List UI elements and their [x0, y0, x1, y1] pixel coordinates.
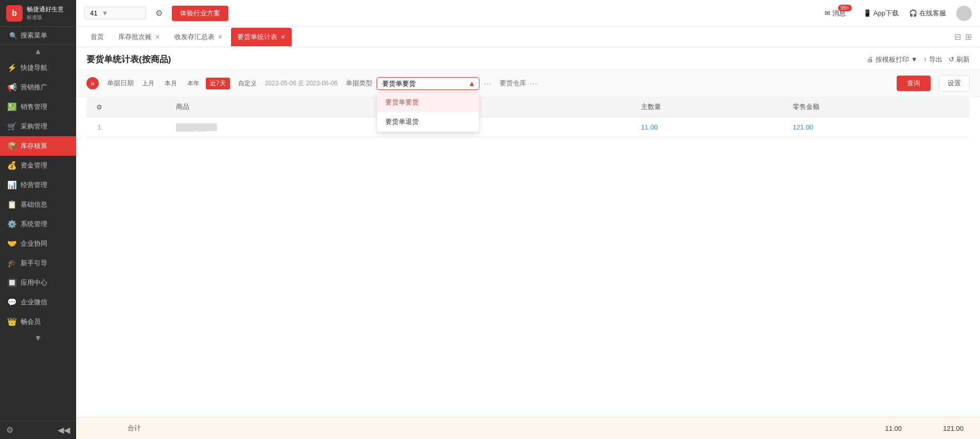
- doc-type-select-wrapper: 要货单要货 要货单退货 ▲: [377, 77, 479, 90]
- query-btn[interactable]: 查询: [897, 76, 931, 91]
- sidebar: b 畅捷通好生意 标准版 🔍 搜索菜单 ▲ ⚡ 快捷导航 📢 营销推广 💹 销售…: [0, 0, 76, 439]
- page-header: 要货单统计表(按商品) 🖨 按模板打印 ▼ ↑ 导出 ↺ 刷新: [76, 47, 980, 69]
- topbar-settings-icon[interactable]: ⚙: [151, 6, 167, 21]
- refresh-icon: ↺: [949, 56, 954, 63]
- sidebar-item-marketing[interactable]: 📢 营销推广: [0, 78, 76, 97]
- sidebar-item-purchase[interactable]: 🛒 采购管理: [0, 117, 76, 136]
- sidebar-brand: 畅捷通好生意 标准版: [27, 6, 64, 21]
- search-icon: 🔍: [9, 32, 17, 40]
- member-icon: 👑: [7, 317, 16, 326]
- quick-nav-icon: ⚡: [7, 63, 16, 72]
- tab-collection-summary[interactable]: 收发存汇总表 ✕: [168, 28, 229, 46]
- date-tab-this-year[interactable]: 本年: [183, 78, 204, 89]
- top-bar-left: 41 ▼ ⚙ 体验行业方案: [84, 6, 228, 21]
- table-cell-amount[interactable]: 121.00: [787, 117, 970, 137]
- date-filter-group: 单据日期 上月 本月 本年 近7天 自定义 2023-05-06 至 2023-…: [107, 78, 337, 89]
- tab-order-summary[interactable]: 要货单统计表 ✕: [231, 28, 292, 46]
- sidebar-item-business[interactable]: 📊 经营管理: [0, 175, 76, 195]
- tab-expand-area: ⊟ ⊞: [954, 32, 972, 42]
- table-col-quantity: 主数量: [635, 97, 787, 117]
- page-area: 要货单统计表(按商品) 🖨 按模板打印 ▼ ↑ 导出 ↺ 刷新: [76, 47, 980, 439]
- top-bar: 41 ▼ ⚙ 体验行业方案 ✉ 消息 99+ 📱 App下载 🎧 在线客服: [76, 0, 980, 27]
- doc-type-dropdown: 要货单要货 要货单退货: [377, 92, 479, 132]
- sidebar-item-finance[interactable]: 💰 资金管理: [0, 156, 76, 175]
- doc-type-filter-group: 单据类型 要货单要货 要货单退货 ▲ 要货单要货 要货单退货: [346, 77, 491, 90]
- dropdown-item-return[interactable]: 要货单退货: [377, 112, 479, 132]
- page-actions: 🖨 按模板打印 ▼ ↑ 导出 ↺ 刷新: [867, 55, 970, 64]
- headset-icon: 🎧: [909, 9, 917, 17]
- settings-filter-btn[interactable]: 设置: [939, 75, 970, 92]
- marketing-icon: 📢: [7, 83, 16, 92]
- messages-badge: 99+: [838, 5, 852, 11]
- messages-btn[interactable]: ✉ 消息 99+: [825, 9, 846, 18]
- date-range-text: 2023-05-06 至 2023-06-06: [265, 79, 337, 88]
- business-icon: 📊: [7, 180, 16, 190]
- system-icon: ⚙️: [7, 220, 16, 229]
- doc-type-label: 单据类型: [346, 79, 372, 88]
- dropdown-item-purchase[interactable]: 要货单要货: [377, 93, 479, 112]
- total-amount: 121.00: [908, 425, 970, 432]
- purchase-icon: 🛒: [7, 122, 16, 131]
- sidebar-scroll-up[interactable]: ▲: [0, 45, 76, 58]
- tab-collection-summary-close[interactable]: ✕: [218, 34, 223, 40]
- date-tab-last-7-days[interactable]: 近7天: [206, 78, 230, 89]
- sidebar-footer: ⚙ ◀◀: [0, 420, 76, 439]
- online-service-btn[interactable]: 🎧 在线客服: [909, 9, 946, 18]
- sidebar-item-inventory[interactable]: 📦 库存核算: [0, 136, 76, 156]
- sales-icon: 💹: [7, 102, 16, 112]
- table-footer: 合计 11.00 121.00: [76, 417, 980, 439]
- date-tab-this-month[interactable]: 本月: [161, 78, 181, 89]
- company-selector[interactable]: 41 ▼: [84, 7, 146, 20]
- date-tab-prev-month[interactable]: 上月: [138, 78, 158, 89]
- app-download-icon: 📱: [863, 9, 871, 17]
- export-icon: ↑: [924, 56, 928, 63]
- tab-batch-account[interactable]: 库存批次账 ✕: [112, 28, 166, 46]
- app-download-btn[interactable]: 📱 App下载: [863, 9, 899, 18]
- inventory-icon: 📦: [7, 141, 16, 151]
- main-content: 41 ▼ ⚙ 体验行业方案 ✉ 消息 99+ 📱 App下载 🎧 在线客服: [76, 0, 980, 439]
- filter-more-icon[interactable]: ···: [484, 78, 491, 89]
- guide-icon: 🎓: [7, 259, 16, 268]
- sidebar-item-wechat[interactable]: 💬 企业微信: [0, 292, 76, 312]
- sidebar-item-member[interactable]: 👑 畅会员: [0, 312, 76, 332]
- sidebar-search[interactable]: 🔍 搜索菜单: [0, 27, 76, 45]
- table-col-settings[interactable]: ⚙: [86, 97, 112, 117]
- table-header-row: ⚙ 商品 主计量单位 主数量 零售金额: [86, 97, 970, 117]
- collab-icon: 🤝: [7, 239, 16, 248]
- sidebar-nav: ▲ ⚡ 快捷导航 📢 营销推广 💹 销售管理 🛒 采购管理 📦 库存核算 💰 资…: [0, 45, 76, 420]
- print-caret-icon: ▼: [911, 56, 918, 63]
- table-area: ⚙ 商品 主计量单位 主数量 零售金额 1 ████ ██: [76, 97, 980, 417]
- warehouse-more-icon[interactable]: ···: [529, 78, 537, 89]
- table-col-amount: 零售金额: [787, 97, 970, 117]
- tab-maximize-icon[interactable]: ⊞: [965, 32, 972, 42]
- filter-expand-btn[interactable]: »: [86, 77, 99, 89]
- table-cell-quantity[interactable]: 11.00: [635, 117, 787, 137]
- settings-footer-icon[interactable]: ⚙: [6, 425, 13, 435]
- date-tab-custom[interactable]: 自定义: [234, 78, 261, 89]
- sidebar-item-sales[interactable]: 💹 销售管理: [0, 97, 76, 117]
- print-template-btn[interactable]: 🖨 按模板打印 ▼: [867, 55, 918, 64]
- user-avatar[interactable]: [956, 6, 972, 21]
- sidebar-item-collab[interactable]: 🤝 企业协同: [0, 234, 76, 253]
- table-row: 1 ████ ██ 块 11.00 121.00: [86, 117, 970, 137]
- doc-type-select[interactable]: 要货单要货 要货单退货: [377, 77, 479, 90]
- expand-icon: »: [91, 79, 95, 87]
- sidebar-item-quick-nav[interactable]: ⚡ 快捷导航: [0, 58, 76, 78]
- sidebar-item-guide[interactable]: 🎓 新手引导: [0, 253, 76, 273]
- promo-button[interactable]: 体验行业方案: [172, 6, 228, 21]
- tab-minimize-icon[interactable]: ⊟: [954, 32, 961, 42]
- refresh-btn[interactable]: ↺ 刷新: [949, 55, 970, 64]
- export-btn[interactable]: ↑ 导出: [924, 55, 943, 64]
- collapse-sidebar-icon[interactable]: ◀◀: [58, 425, 70, 435]
- page-title: 要货单统计表(按商品): [86, 53, 171, 65]
- sidebar-scroll-down[interactable]: ▼: [0, 332, 76, 345]
- tab-batch-account-close[interactable]: ✕: [155, 34, 160, 40]
- sidebar-item-apps[interactable]: 🔲 应用中心: [0, 273, 76, 292]
- wechat-icon: 💬: [7, 298, 16, 307]
- sidebar-item-system[interactable]: ⚙️ 系统管理: [0, 214, 76, 234]
- data-table: ⚙ 商品 主计量单位 主数量 零售金额 1 ████ ██: [86, 97, 970, 137]
- total-label: 合计: [128, 424, 153, 433]
- sidebar-item-basic[interactable]: 📋 基础信息: [0, 195, 76, 214]
- tab-home[interactable]: 首页: [84, 28, 110, 46]
- tab-order-summary-close[interactable]: ✕: [280, 34, 286, 40]
